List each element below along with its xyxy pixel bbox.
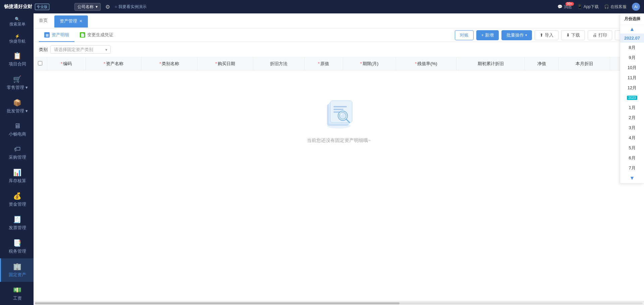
tab-asset[interactable]: 资产管理 ✕	[54, 15, 88, 28]
month-item-8[interactable]: 8月	[620, 43, 644, 53]
month-item-5[interactable]: 5月	[620, 143, 644, 153]
app-download-button[interactable]: 📱 App下载	[577, 4, 599, 10]
month-item-2[interactable]: 2月	[620, 113, 644, 123]
logo-area: 畅捷通好业财 专业版	[4, 4, 71, 10]
download-button[interactable]: ⬇ 下载	[561, 30, 585, 40]
sidebar-label-finance: 资金管理	[9, 201, 26, 207]
search-menu-item[interactable]: 🔍 搜索菜单	[0, 13, 34, 31]
inventory-icon: 📊	[13, 168, 21, 176]
th-purchase-date: *购买日期	[197, 57, 253, 70]
month-item-7[interactable]: 7月	[620, 163, 644, 173]
sidebar-item-fixedasset[interactable]: 🏢 固定资产	[0, 258, 34, 282]
month-item-9[interactable]: 9月	[620, 53, 644, 63]
inner-tab-detail-label: 资产明细	[52, 32, 69, 38]
print-button[interactable]: 🖨 打印	[588, 30, 612, 40]
inner-tab-detail[interactable]: ▦ 资产明细	[39, 29, 74, 42]
fixedasset-icon: 🏢	[13, 262, 21, 270]
month-item-6[interactable]: 6月	[620, 153, 644, 163]
demo-icon: ○	[115, 4, 117, 9]
th-code: *编码	[47, 57, 86, 70]
download-icon: ⬇	[566, 33, 570, 38]
finance-icon: 💰	[13, 192, 21, 200]
company-selector[interactable]: 公司名称 ▾	[74, 3, 101, 11]
online-service-label: 在线客服	[610, 4, 627, 10]
empty-text: 当前您还没有固定资产明细哦~	[307, 138, 371, 144]
app-title: 畅捷通好业财	[4, 4, 32, 10]
sidebar-item-project[interactable]: 📋 项目合同	[0, 48, 34, 71]
sidebar-item-purchase[interactable]: 🏷 采购管理	[0, 141, 34, 164]
th-residual-rate: *残值率(%)	[396, 57, 457, 70]
main-layout: 🔍 搜索菜单 ⚡ 快捷导航 📋 项目合同 🛒 零售管理 ▾ 📦 批发管理 ▾ 🖥…	[0, 0, 644, 305]
quick-nav-label: 快捷导航	[2, 39, 32, 44]
batch-button[interactable]: 批量操作 ▾	[501, 30, 532, 40]
sidebar-item-wholesale[interactable]: 📦 批发管理 ▾	[0, 95, 34, 118]
download-label: 下载	[571, 32, 580, 38]
scrollbar-thumb	[35, 302, 399, 304]
batch-dropdown-icon: ▾	[525, 33, 527, 37]
doc-icon: 📄	[80, 32, 85, 38]
month-item-12[interactable]: 12月	[620, 83, 644, 93]
tab-bar: 首页 资产管理 ✕	[34, 13, 644, 29]
search-icon: 🔍	[2, 17, 32, 21]
category-select[interactable]: 请选择固定资产类别	[50, 45, 111, 54]
add-button[interactable]: + 新增	[476, 30, 499, 40]
sidebar-label-tax: 税务管理	[9, 248, 26, 254]
demo-link[interactable]: ○ 我要看实例演示	[115, 4, 147, 10]
wholesale-icon: 📦	[13, 99, 21, 107]
selected-year-month[interactable]: 2022.07	[620, 34, 644, 43]
tab-home[interactable]: 首页	[34, 13, 53, 28]
empty-illustration	[319, 97, 359, 131]
sidebar-item-inventory[interactable]: 📊 库存核算	[0, 164, 34, 188]
tax-icon: 📑	[13, 239, 21, 247]
month-nav-up[interactable]: ▲	[620, 25, 644, 34]
bottom-scrollbar[interactable]	[34, 301, 644, 305]
user-avatar[interactable]: Ai	[632, 3, 640, 11]
category-select-wrapper[interactable]: 请选择固定资产类别	[50, 45, 111, 54]
sidebar-item-finance[interactable]: 💰 资金管理	[0, 188, 34, 211]
month-item-4[interactable]: 4月	[620, 133, 644, 143]
sidebar-label-wholesale: 批发管理 ▾	[7, 108, 28, 114]
inner-tab-voucher[interactable]: 📄 变更生成凭证	[74, 29, 119, 42]
month-item-1[interactable]: 1月	[620, 103, 644, 113]
tab-home-label: 首页	[39, 18, 48, 23]
scrollbar-track	[35, 302, 643, 304]
sidebar-item-tax[interactable]: 📑 税务管理	[0, 235, 34, 258]
online-service-button[interactable]: 🎧 在线客服	[604, 4, 627, 10]
month-item-3[interactable]: 3月	[620, 123, 644, 133]
download-icon: 📱	[577, 4, 582, 9]
purchase-icon: 🏷	[14, 145, 21, 153]
month-item-10[interactable]: 10月	[620, 63, 644, 73]
message-button[interactable]: 💬 消息 99+	[557, 4, 572, 10]
settings-icon[interactable]: ⚙	[104, 2, 111, 11]
import-icon: ⬆	[540, 33, 543, 38]
sidebar-label-invoice: 发票管理	[9, 225, 26, 231]
sidebar-label-payroll: 工资	[13, 295, 22, 301]
select-all-checkbox[interactable]	[38, 61, 42, 65]
sidebar-label-inventory: 库存核算	[9, 178, 26, 184]
page-content: ▦ 资产明细 📄 变更生成凭证 对账 + 新增 批量操作 ▾ ⬆	[34, 29, 644, 305]
reconcile-button[interactable]: 对账	[455, 30, 474, 40]
invoice-icon: 🧾	[13, 215, 21, 223]
print-icon: 🖨	[593, 33, 597, 38]
empty-state: 当前您还没有固定资产明细哦~	[34, 70, 644, 170]
search-menu-label: 搜索菜单	[2, 21, 32, 27]
table-wrapper: *编码 *资产名称 *类别名称 *购买日期 折旧方法 *原值 *期限(月) *残…	[34, 57, 644, 301]
month-item-11[interactable]: 11月	[620, 73, 644, 83]
import-button[interactable]: ⬆ 导入	[535, 30, 558, 40]
month-nav-down[interactable]: ▼	[620, 173, 644, 183]
close-tab-icon[interactable]: ✕	[79, 19, 83, 23]
month-panel: 月份选择 ▲ 2022.07 8月 9月 10月 11月 12月 2023 1月…	[620, 13, 644, 184]
sidebar-item-payroll[interactable]: 💵 工资	[0, 282, 34, 305]
sidebar-item-invoice[interactable]: 🧾 发票管理	[0, 211, 34, 235]
project-icon: 📋	[13, 52, 21, 60]
tab-asset-label: 资产管理	[60, 18, 77, 24]
sidebar-item-ecommerce[interactable]: 🖥 小畅电商	[0, 118, 34, 141]
svg-rect-5	[333, 109, 343, 110]
th-monthly-depreciation: 本月折旧	[559, 57, 610, 70]
sidebar-item-retail[interactable]: 🛒 零售管理 ▾	[0, 71, 34, 95]
quick-nav-item[interactable]: ⚡ 快捷导航	[0, 31, 34, 48]
th-accumulated-depreciation: 期初累计折旧	[457, 57, 525, 70]
demo-link-text: 我要看实例演示	[118, 4, 147, 10]
inner-tabs: ▦ 资产明细 📄 变更生成凭证 对账 + 新增 批量操作 ▾ ⬆	[34, 29, 644, 42]
category-filter-label: 类别	[39, 47, 48, 53]
